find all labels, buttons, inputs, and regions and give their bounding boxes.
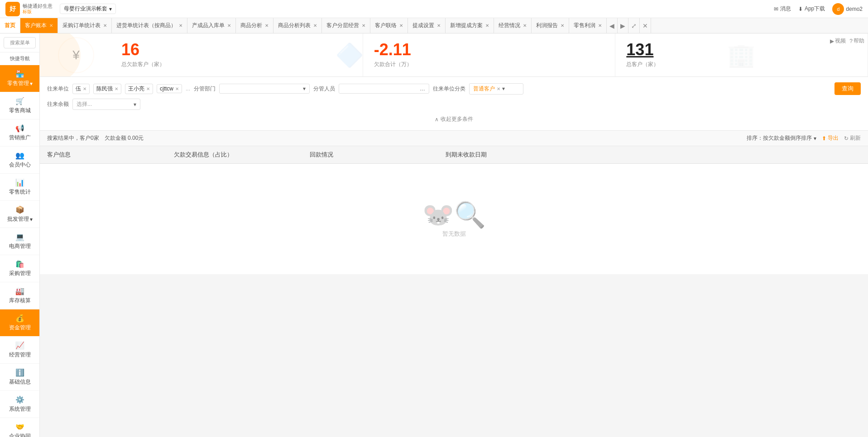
tab-product-list[interactable]: 商品分析列表 ✕ — [273, 18, 322, 33]
tab-goods-stats[interactable]: 进货单统计表（按商品） ✕ — [112, 18, 187, 33]
help-button[interactable]: ? 帮助 — [849, 37, 864, 45]
remove-chen-icon[interactable]: ✕ — [115, 86, 118, 91]
account-selector[interactable]: 母婴行业演示帐套 ▾ — [60, 4, 116, 14]
refresh-icon: ↻ — [844, 135, 849, 142]
filter-tag-chen[interactable]: 陈民强 ✕ — [93, 84, 121, 94]
col-debt-info: 欠款交易信息（占比） — [174, 151, 310, 159]
sidebar-item-operations[interactable]: 📈 经营管理 — [0, 337, 39, 364]
sidebar-item-purchase[interactable]: 🛍️ 采购管理 — [0, 255, 39, 282]
ecommerce-icon: 💻 — [15, 233, 24, 241]
nav-next-arrow[interactable]: ▶ — [618, 18, 628, 33]
remove-wang-icon[interactable]: ✕ — [146, 86, 150, 91]
avatar: d — [832, 3, 844, 15]
remove-cjttcw-icon[interactable]: ✕ — [175, 86, 179, 91]
tab-commission[interactable]: 提成设置 ✕ — [408, 18, 446, 33]
stat-customers-label: 总欠款客户（家） — [121, 61, 165, 68]
nav-prev-arrow[interactable]: ◀ — [607, 18, 618, 33]
tab-retail-profit[interactable]: 零售利润 ✕ — [569, 18, 607, 33]
sidebar-item-basic[interactable]: ℹ️ 基础信息 — [0, 364, 39, 391]
finance-icon: 💰 — [15, 314, 24, 323]
tab-product-analysis[interactable]: 商品分析 ✕ — [236, 18, 273, 33]
tab-new-commission[interactable]: 新增提成方案 ✕ — [446, 18, 494, 33]
category-select[interactable]: 普通客户 ✕ ▾ — [469, 83, 523, 95]
category-tag-normal[interactable]: 普通客户 ✕ — [473, 85, 500, 93]
close-icon[interactable]: ✕ — [598, 23, 602, 28]
query-button[interactable]: 查询 — [834, 82, 861, 95]
sidebar: 搜索菜单 快捷导航 🏪 零售管理 ▾ 🛒 零售商城 📢 营销推广 👥 会员中心 … — [0, 33, 40, 437]
close-icon[interactable]: ✕ — [313, 23, 317, 28]
sidebar-item-system[interactable]: ⚙️ 系统管理 — [0, 391, 39, 418]
message-button[interactable]: ✉ 消息 — [774, 5, 791, 13]
nav-tabs: 首页 客户账本 ✕ 采购订单统计表 ✕ 进货单统计表（按商品） ✕ 产成品入库单… — [0, 18, 868, 33]
enterprise-icon: 🤝 — [15, 423, 24, 431]
filter-tag-wu[interactable]: 伍 ✕ — [72, 84, 90, 94]
tab-customer-layer[interactable]: 客户分层经营 ✕ — [322, 18, 370, 33]
close-icon[interactable]: ✕ — [179, 23, 182, 28]
filter-more-button[interactable]: ... — [186, 86, 190, 92]
sidebar-item-ecommerce[interactable]: 💻 电商管理 — [0, 228, 39, 255]
close-icon[interactable]: ✕ — [485, 23, 489, 28]
export-icon: ⬆ — [822, 135, 826, 142]
tab-home[interactable]: 首页 — [0, 18, 20, 33]
filter-tag-cjttcw[interactable]: cjttcw ✕ — [157, 84, 182, 93]
retail-icon: 🏪 — [15, 70, 24, 78]
close-icon[interactable]: ✕ — [49, 23, 53, 28]
sidebar-item-wholesale[interactable]: 📦 批发管理 ▾ — [0, 201, 39, 228]
person-select[interactable]: … — [339, 84, 429, 94]
app-download-button[interactable]: ⬇ App下载 — [798, 5, 825, 13]
chevron-down-icon: ▾ — [30, 216, 33, 223]
chevron-down-icon: ▾ — [109, 6, 112, 12]
tab-profit-report[interactable]: 利润报告 ✕ — [532, 18, 569, 33]
sidebar-item-inventory[interactable]: 🏭 库存核算 — [0, 282, 39, 309]
close-icon[interactable]: ✕ — [523, 23, 527, 28]
filter-tag-wang[interactable]: 王小亮 ✕ — [125, 84, 153, 94]
sidebar-item-retail-mall[interactable]: 🛒 零售商城 — [0, 92, 39, 119]
close-icon[interactable]: ✕ — [437, 23, 441, 28]
inventory-icon: 🏭 — [15, 287, 24, 295]
refresh-button[interactable]: ↻ 刷新 — [844, 134, 861, 142]
balance-select[interactable]: 选择... ▾ — [72, 99, 140, 110]
close-icon[interactable]: ✕ — [265, 23, 269, 28]
dots-icon[interactable]: … — [420, 86, 425, 92]
tab-customer-contact[interactable]: 客户联络 ✕ — [370, 18, 408, 33]
sidebar-item-enterprise[interactable]: 🤝 企业协同 — [0, 418, 39, 437]
col-customer-info: 客户信息 — [47, 151, 174, 159]
sidebar-item-retail-mgmt[interactable]: 🏪 零售管理 ▾ — [0, 65, 39, 92]
export-button[interactable]: ⬆ 导出 — [822, 134, 839, 142]
close-icon[interactable]: ✕ — [362, 23, 365, 28]
message-icon: ✉ — [774, 6, 778, 12]
remove-category-icon[interactable]: ✕ — [497, 86, 500, 91]
empty-illustration: 🐭🔍 — [422, 200, 486, 230]
video-button[interactable]: ▶ 视频 — [830, 37, 846, 45]
purchase-icon: 🛍️ — [15, 260, 24, 268]
sort-selector[interactable]: 排序：按欠款金额倒序排序 ▾ — [747, 134, 816, 142]
close-icon[interactable]: ✕ — [399, 23, 403, 28]
user-menu[interactable]: d demo2 — [832, 3, 863, 15]
sidebar-item-marketing[interactable]: 📢 营销推广 — [0, 119, 39, 147]
stat-debt-total: -2.11 欠款合计（万） — [363, 33, 616, 76]
tab-production[interactable]: 产成品入库单 ✕ — [187, 18, 236, 33]
remove-wu-icon[interactable]: ✕ — [83, 86, 86, 91]
table-header: 客户信息 欠款交易信息（占比） 回款情况 到期未收款日期 — [40, 146, 868, 164]
nav-close-all[interactable]: ✕ — [640, 18, 651, 33]
tab-accounts[interactable]: 客户账本 ✕ — [20, 18, 58, 33]
close-icon[interactable]: ✕ — [103, 23, 107, 28]
sidebar-item-retail-stats[interactable]: 📊 零售统计 — [0, 174, 39, 201]
top-bar-right: ✉ 消息 ⬇ App下载 d demo2 — [774, 3, 863, 15]
search-menu-button[interactable]: 搜索菜单 — [4, 37, 36, 48]
sidebar-item-finance[interactable]: 💰 资金管理 — [0, 309, 39, 337]
stat-customers-number: 16 — [121, 42, 139, 58]
close-icon[interactable]: ✕ — [227, 23, 231, 28]
sidebar-item-member[interactable]: 👥 会员中心 — [0, 147, 39, 174]
filter-row-2: 往来余额 选择... ▾ — [47, 99, 861, 110]
dept-select[interactable]: ▾ — [219, 84, 310, 94]
tab-operations[interactable]: 经营情况 ✕ — [494, 18, 532, 33]
sidebar-search-area: 搜索菜单 — [0, 33, 39, 52]
stats-icon: 📊 — [15, 178, 24, 187]
table-area: 客户信息 欠款交易信息（占比） 回款情况 到期未收款日期 🐭🔍 暂无数据 — [40, 146, 868, 274]
sidebar-quick-nav[interactable]: 快捷导航 — [0, 52, 39, 65]
tab-purchase-stats[interactable]: 采购订单统计表 ✕ — [58, 18, 112, 33]
close-icon[interactable]: ✕ — [561, 23, 564, 28]
nav-maximize[interactable]: ⤢ — [628, 18, 640, 33]
collapse-button[interactable]: ∧ 收起更多条件 — [47, 114, 861, 125]
